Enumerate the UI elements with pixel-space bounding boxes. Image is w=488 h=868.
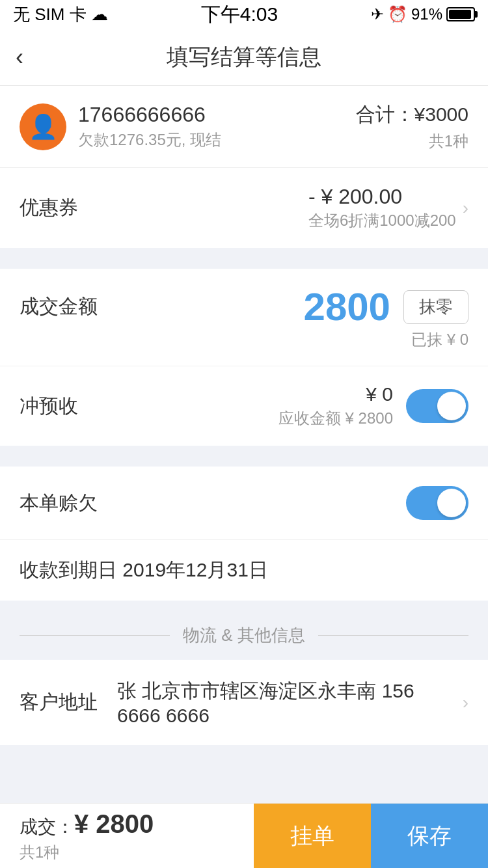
customer-left: 👤 17666666666 欠款1276.35元, 现结 [20,103,221,150]
amount-section: 成交金额 2800 抹零 已抹 ¥ 0 冲预收 ¥ 0 应收金额 ¥ 2800 [0,269,488,446]
coupon-amount: - ¥ 200.00 [308,185,456,209]
coupon-right: - ¥ 200.00 全场6折满1000减200 › [308,185,468,231]
status-right: ✈ ⏰ 91% [371,5,475,23]
deal-amount: ¥ 2800 [74,809,154,838]
deal-label: 成交： [20,817,74,837]
chevron-right-icon: › [463,198,468,219]
amount-label: 成交金额 [20,293,98,320]
battery-percent: 91% [411,5,442,23]
coupon-label: 优惠券 [20,195,78,221]
customer-row: 👤 17666666666 欠款1276.35元, 现结 合计：¥3000 共1… [0,86,488,167]
customer-sub: 欠款1276.35元, 现结 [78,129,221,150]
precollect-right: ¥ 0 应收金额 ¥ 2800 [278,383,468,429]
amount-sub-wrap: 已抹 ¥ 0 [20,329,468,350]
due-date-label: 收款到期日 2019年12月31日 [20,559,268,580]
logistics-divider: 物流 & 其他信息 [0,611,488,660]
logistics-line-left [20,635,170,636]
address-label: 客户地址 [20,689,98,716]
toggle-knob [437,392,466,420]
divider1 [0,258,488,269]
precollect-row: 冲预收 ¥ 0 应收金额 ¥ 2800 [0,366,488,446]
battery-icon [446,7,475,21]
nav-bar: ‹ 填写结算等信息 [0,29,488,86]
customer-total: 合计：¥3000 [356,102,468,128]
avatar: 👤 [20,103,66,150]
logistics-label: 物流 & 其他信息 [170,624,318,647]
amount-value-wrap: 2800 抹零 [304,284,468,329]
status-time: 下午4:03 [201,1,278,28]
precollect-main: ¥ 0 [278,383,393,405]
amount-row-wrap: 成交金额 2800 抹零 已抹 ¥ 0 [0,269,488,366]
status-left: 无 SIM 卡 ☁ [13,3,108,26]
due-date-row: 收款到期日 2019年12月31日 [0,539,488,601]
alarm-icon: ⏰ [388,5,407,23]
address-value: 张 北京市市辖区海淀区永丰南 156 6666 6666 [117,678,463,727]
address-row[interactable]: 客户地址 张 北京市市辖区海淀区永丰南 156 6666 6666 › [0,660,488,745]
bottom-bar: 成交：¥ 2800 共1种 挂单 保存 [0,803,488,868]
logistics-line-right [318,635,468,636]
precollect-amount: ¥ 0 应收金额 ¥ 2800 [278,383,393,429]
back-button[interactable]: ‹ [16,44,23,71]
page-title: 填写结算等信息 [167,42,321,72]
customer-section: 👤 17666666666 欠款1276.35元, 现结 合计：¥3000 共1… [0,86,488,248]
bottom-deal: 成交：¥ 2800 [20,809,234,839]
divider2 [0,456,488,467]
precollect-label: 冲预收 [20,393,78,420]
debt-toggle-knob [437,489,466,517]
customer-right: 合计：¥3000 共1种 [356,102,468,152]
debt-row: 本单赊欠 [0,467,488,539]
customer-count: 共1种 [356,131,468,152]
debt-label: 本单赊欠 [20,490,98,517]
location-icon: ✈ [371,5,384,23]
precollect-sub: 应收金额 ¥ 2800 [278,408,393,429]
amount-sub: 已抹 ¥ 0 [411,331,468,348]
address-chevron-icon: › [463,692,468,713]
amount-row: 成交金额 2800 抹零 [20,284,468,329]
save-button[interactable]: 保存 [371,804,488,869]
debt-section: 本单赊欠 收款到期日 2019年12月31日 [0,467,488,601]
status-bar: 无 SIM 卡 ☁ 下午4:03 ✈ ⏰ 91% [0,0,488,29]
customer-info: 17666666666 欠款1276.35元, 现结 [78,103,221,150]
bottom-count: 共1种 [20,842,234,863]
amount-value: 2800 [304,284,390,329]
sim-label: 无 SIM 卡 ☁ [13,3,108,26]
customer-phone: 17666666666 [78,103,221,127]
coupon-desc: 全场6折满1000减200 [308,210,456,231]
round-button[interactable]: 抹零 [403,290,468,324]
coupon-row[interactable]: 优惠券 - ¥ 200.00 全场6折满1000减200 › [0,167,488,248]
debt-toggle[interactable] [406,486,468,520]
precollect-toggle[interactable] [406,389,468,423]
hang-button[interactable]: 挂单 [254,804,371,869]
bottom-info: 成交：¥ 2800 共1种 [0,809,254,863]
